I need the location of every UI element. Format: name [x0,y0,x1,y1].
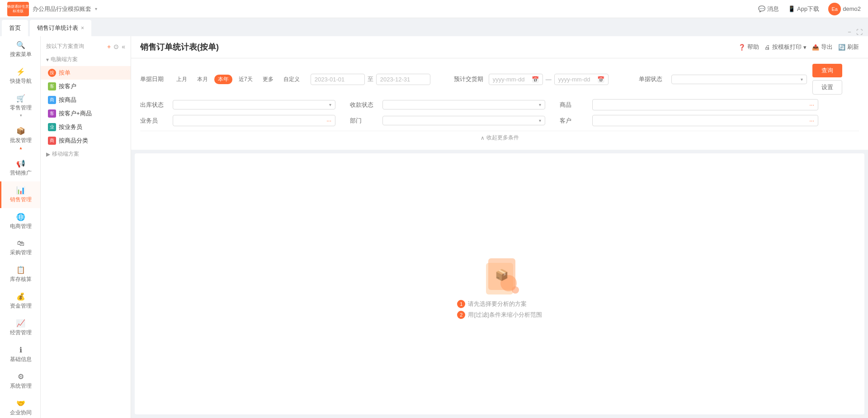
scheme-by-salesperson-icon: 业 [48,123,56,131]
sidebar-item-finance[interactable]: 💰 资金管理 [0,288,40,314]
scheme-by-product[interactable]: 商 按商品 [41,93,131,107]
topbar-left: 畅捷通好生意 标准版 办公用品行业模拟账套 ▾ [7,2,97,16]
sidebar-item-wholesale[interactable]: 📦 批发管理 ▲ [0,122,40,155]
tip-1-number: 1 [457,300,465,308]
date-start-input[interactable]: 2023-01-01 [311,74,365,85]
collapse-filter-button[interactable]: ∧ 收起更多条件 [140,131,859,144]
window-maximize-button[interactable]: ⛶ [856,28,863,36]
date-tab-this-year[interactable]: 本年 [214,75,232,84]
print-dropdown-arrow[interactable]: ▾ [803,44,807,51]
tab-sales-order-stats[interactable]: 销售订单统计表 × [30,20,91,36]
expected-delivery-end[interactable]: yyyy-mm-dd 📅 [554,74,609,85]
scheme-by-customer-icon: 客 [48,82,56,90]
export-button[interactable]: 📤 导出 [812,43,833,51]
scheme-by-customer-product[interactable]: 客 按客户+商品 [41,107,131,120]
sidebar-item-purchase[interactable]: 🛍 采购管理 [0,235,40,261]
left-panel: 按以下方案查询 + ⊙ « ▾ 电脑端方案 按 按单 客 按客户 商 [41,36,131,418]
topbar-right: 💬 消息 📱 App下载 Ea demo2 [758,3,861,15]
sidebar-item-ecommerce[interactable]: 🌐 电商管理 [0,208,40,235]
help-label: 帮助 [747,43,759,51]
date-tab-more[interactable]: 更多 [259,75,277,84]
panel-collapse-button[interactable]: « [122,43,125,50]
sidebar-item-marketing[interactable]: 📢 营销推广 [0,155,40,181]
sidebar-item-purchase-label: 采购管理 [10,249,32,256]
scheme-by-customer-label: 按客户 [59,82,76,90]
mobile-scheme-label: 移动端方案 [52,150,79,158]
query-button[interactable]: 查询 [812,64,842,77]
expected-delivery-start-placeholder: yyyy-mm-dd [493,76,525,83]
cooperation-icon: 🤝 [16,399,25,408]
mobile-scheme-section[interactable]: ▶ 移动端方案 [41,147,131,161]
app-dropdown-arrow[interactable]: ▾ [95,6,97,11]
department-select[interactable]: ▾ [382,116,545,125]
refresh-button[interactable]: 🔄 刷新 [838,43,859,51]
add-scheme-button[interactable]: + [107,43,111,50]
sidebar-item-quick-nav[interactable]: ⚡ 快捷导航 [0,63,40,90]
setting-button[interactable]: 设置 [812,80,842,95]
tab-close-icon[interactable]: × [81,25,84,31]
scheme-by-customer[interactable]: 客 按客户 [41,80,131,93]
order-status-label: 单据状态 [639,75,666,83]
date-end-input[interactable]: 2023-12-31 [376,74,430,85]
product-dots-button[interactable]: ··· [809,101,814,108]
tab-sales-order-stats-label: 销售订单统计表 [37,24,78,32]
tabbar: 首页 销售订单统计表 × － ⛶ [0,18,868,36]
user-menu[interactable]: Ea demo2 [828,3,861,15]
message-button[interactable]: 💬 消息 [758,5,779,13]
customer-select[interactable]: ··· [592,115,818,126]
sidebar-item-search-menu[interactable]: 🔍 搜索菜单 [0,36,40,63]
payment-status-select[interactable]: ▾ [382,100,545,109]
salesperson-select[interactable]: ··· [173,115,335,126]
scheme-by-salesperson[interactable]: 业 按业务员 [41,120,131,134]
print-label: 按模板打印 [772,43,802,51]
sidebar-item-system[interactable]: ⚙ 系统管理 [0,368,40,394]
delivery-status-select[interactable]: ▾ [173,100,335,109]
sidebar-item-retail[interactable]: 🛒 零售管理 ▾ [0,90,40,122]
print-template-button[interactable]: 🖨 按模板打印 ▾ [764,43,807,51]
svg-point-4 [512,286,519,294]
scheme-settings-button[interactable]: ⊙ [113,43,119,50]
sidebar-item-basic-info[interactable]: ℹ 基础信息 [0,341,40,368]
sidebar-item-sales[interactable]: 📊 销售管理 [0,181,40,208]
marketing-icon: 📢 [16,159,25,168]
scheme-by-product-category-label: 按商品分类 [59,137,88,145]
tip-2-text: 用[过滤]条件来缩小分析范围 [468,311,542,319]
customer-dots-button[interactable]: ··· [809,117,814,124]
export-label: 导出 [821,43,833,51]
product-select[interactable]: ··· [592,99,818,110]
scheme-by-product-category[interactable]: 商 按商品分类 [41,134,131,147]
department-dropdown-arrow: ▾ [539,118,541,123]
filter-row-2: 出库状态 ▾ 收款状态 ▾ 商品 ··· [140,99,859,110]
pc-scheme-section[interactable]: ▾ 电脑端方案 [41,53,131,66]
refresh-icon: 🔄 [838,44,845,51]
sidebar-item-cooperation[interactable]: 🤝 企业协同 [0,394,40,418]
delivery-status-label: 出库状态 [140,101,167,109]
expected-delivery-end-calendar-icon: 📅 [597,76,604,83]
expected-delivery-start[interactable]: yyyy-mm-dd 📅 [489,74,543,85]
search-menu-icon: 🔍 [16,41,25,49]
help-button[interactable]: ❓ 帮助 [738,43,759,51]
scheme-by-product-label: 按商品 [59,96,76,104]
tab-home[interactable]: 首页 [2,20,28,36]
window-minimize-button[interactable]: － [846,28,853,36]
sidebar-item-inventory[interactable]: 📋 库存核算 [0,261,40,288]
app-download-icon: 📱 [788,5,795,12]
sidebar-item-search-menu-label: 搜索菜单 [10,51,32,58]
salesperson-dots-button[interactable]: ··· [326,117,331,124]
scheme-by-order[interactable]: 按 按单 [41,66,131,80]
date-tab-last-7-days[interactable]: 近7天 [235,75,256,84]
left-panel-header: 按以下方案查询 + ⊙ « [41,40,131,53]
sidebar-item-operations[interactable]: 📈 经营管理 [0,314,40,341]
ecommerce-icon: 🌐 [16,213,25,221]
date-tab-last-month[interactable]: 上月 [173,75,191,84]
order-status-select[interactable]: ▾ [671,75,807,84]
expected-delivery-separator: — [546,76,552,83]
date-tab-custom[interactable]: 自定义 [280,75,303,84]
print-icon: 🖨 [764,44,770,51]
avatar: Ea [828,3,841,15]
app-download-button[interactable]: 📱 App下载 [788,5,819,13]
tab-actions: － ⛶ [846,28,868,36]
logo-text: 畅捷通好生意 标准版 [7,5,29,13]
wholesale-expand-icon: ▲ [19,146,23,150]
date-tab-this-month[interactable]: 本月 [193,75,212,84]
